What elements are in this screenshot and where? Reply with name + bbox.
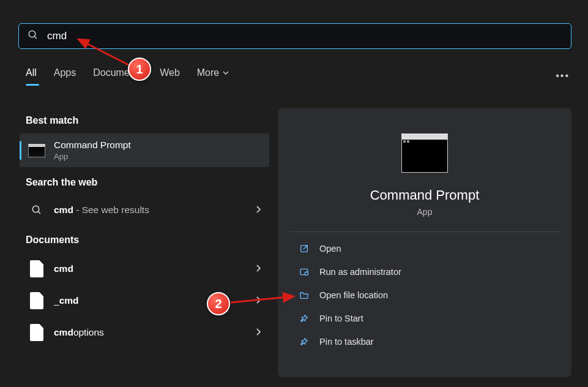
detail-title: Command Prompt xyxy=(278,187,571,203)
chevron-right-icon xyxy=(256,205,261,216)
best-match-heading: Best match xyxy=(26,115,263,126)
action-pin-taskbar[interactable]: Pin to taskbar xyxy=(278,330,571,353)
file-icon xyxy=(28,260,45,277)
detail-subtitle: App xyxy=(278,207,571,217)
doc-label: _cmd xyxy=(54,295,79,306)
action-label: Pin to taskbar xyxy=(319,337,374,347)
document-result[interactable]: cmdoptions xyxy=(20,317,269,348)
chevron-down-icon xyxy=(223,67,229,78)
document-result[interactable]: cmd xyxy=(20,253,269,285)
search-icon xyxy=(28,29,39,43)
svg-point-6 xyxy=(305,272,308,275)
tab-web[interactable]: Web xyxy=(160,67,180,85)
chevron-right-icon xyxy=(256,327,261,338)
svg-point-0 xyxy=(29,31,35,37)
doc-label: cmd xyxy=(54,263,73,274)
cmd-app-icon xyxy=(28,142,45,159)
divider xyxy=(289,231,560,232)
file-icon xyxy=(28,324,45,341)
file-icon xyxy=(28,292,45,309)
best-match-result[interactable]: Command Prompt App xyxy=(20,133,269,167)
svg-line-7 xyxy=(78,39,133,67)
open-icon xyxy=(299,243,310,254)
annotation-marker-2: 2 xyxy=(207,292,230,315)
chevron-right-icon xyxy=(256,263,261,274)
search-web-heading: Search the web xyxy=(26,177,263,188)
action-run-admin[interactable]: Run as administrator xyxy=(278,260,571,284)
results-panel: Best match Command Prompt App Search the… xyxy=(20,110,269,387)
pin-icon xyxy=(299,313,310,324)
pin-icon xyxy=(299,336,310,347)
documents-heading: Documents xyxy=(26,235,263,246)
tab-more-label: More xyxy=(197,67,219,78)
action-label: Open xyxy=(319,244,341,254)
annotation-arrow-2 xyxy=(228,291,301,310)
action-pin-start[interactable]: Pin to Start xyxy=(278,307,571,330)
action-open[interactable]: Open xyxy=(278,237,571,260)
best-match-subtitle: App xyxy=(54,152,131,161)
svg-line-8 xyxy=(231,296,294,302)
search-icon xyxy=(28,201,45,219)
action-label: Pin to Start xyxy=(319,314,363,323)
svg-line-3 xyxy=(38,211,40,214)
web-result[interactable]: cmd - See web results xyxy=(20,195,269,225)
action-label: Run as administrator xyxy=(319,267,401,277)
action-label: Open file location xyxy=(319,290,388,300)
svg-line-1 xyxy=(34,36,37,39)
overflow-menu[interactable]: ••• xyxy=(556,70,570,81)
svg-point-2 xyxy=(32,206,39,212)
doc-label: cmdoptions xyxy=(54,327,104,338)
detail-panel: Command Prompt App Open Run as administr… xyxy=(278,108,571,377)
tab-more[interactable]: More xyxy=(197,67,229,85)
annotation-marker-1: 1 xyxy=(128,58,151,81)
shield-icon xyxy=(299,266,310,277)
web-result-label: cmd - See web results xyxy=(54,205,149,216)
cmd-large-icon xyxy=(401,133,448,173)
best-match-title: Command Prompt xyxy=(54,140,131,151)
action-open-location[interactable]: Open file location xyxy=(278,284,571,307)
tab-all[interactable]: All xyxy=(26,67,37,85)
